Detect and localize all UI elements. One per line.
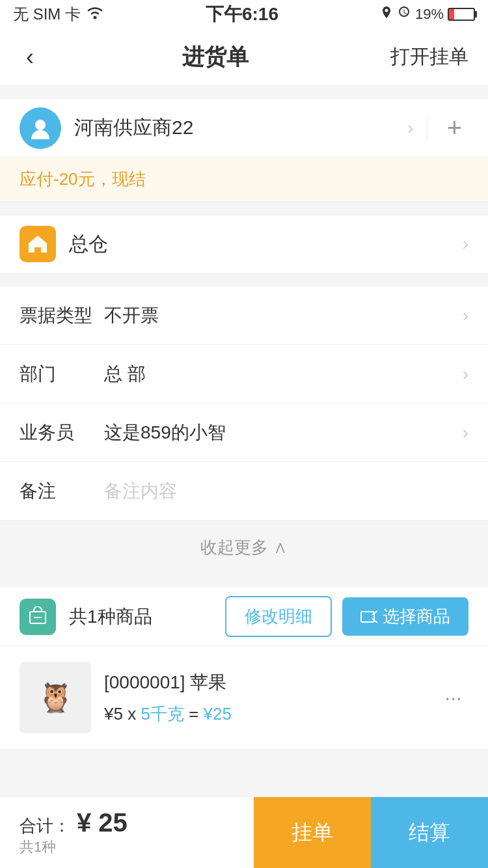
invoice-label: 票据类型 — [20, 303, 104, 328]
alarm-icon — [397, 5, 411, 23]
product-count-icon — [20, 599, 56, 635]
wifi-icon — [86, 5, 104, 23]
product-name: [0000001] 苹果 — [104, 670, 438, 695]
vertical-divider — [427, 115, 427, 141]
location-icon — [380, 5, 393, 23]
remark-label: 备注 — [20, 479, 104, 504]
form-row-salesperson[interactable]: 业务员 这是859的小智 › — [0, 403, 488, 462]
department-chevron-icon: › — [463, 364, 468, 385]
edit-detail-button[interactable]: 修改明细 — [225, 596, 332, 637]
bottom-bar: 合计： ¥ 25 共1种 挂单 结算 — [0, 796, 488, 868]
select-product-label: 选择商品 — [383, 605, 450, 628]
add-supplier-button[interactable]: + — [441, 107, 468, 149]
section-divider-1 — [0, 86, 488, 99]
svg-point-0 — [94, 16, 97, 20]
bottom-total: 合计： ¥ 25 共1种 — [0, 797, 254, 868]
product-count-text: 共1种商品 — [69, 604, 225, 629]
select-product-button[interactable]: 选择商品 — [342, 597, 468, 636]
supplier-section: 河南供应商22 › + 应付-20元，现结 — [0, 99, 488, 202]
battery-percent: 19% — [415, 6, 444, 23]
form-row-department[interactable]: 部门 总 部 › — [0, 345, 488, 403]
form-row-remark[interactable]: 备注 备注内容 — [0, 462, 488, 521]
salesperson-label: 业务员 — [20, 420, 104, 445]
salesperson-value: 这是859的小智 — [104, 420, 463, 445]
svg-point-1 — [35, 120, 46, 130]
supplier-info-banner: 应付-20元，现结 — [0, 157, 488, 202]
supplier-name: 河南供应商22 — [74, 115, 407, 141]
warehouse-row[interactable]: 总仓 › — [0, 215, 488, 273]
product-total: ¥25 — [204, 704, 232, 724]
department-label: 部门 — [20, 362, 104, 387]
product-header: 共1种商品 修改明细 选择商品 — [0, 588, 488, 646]
supplier-row[interactable]: 河南供应商22 › + — [0, 99, 488, 157]
unit-price: ¥5 x — [104, 704, 141, 724]
product-more-button[interactable]: ··· — [438, 679, 468, 716]
back-button[interactable]: ‹ — [20, 37, 40, 77]
svg-rect-2 — [34, 247, 41, 252]
open-pending-button[interactable]: 打开挂单 — [390, 44, 468, 70]
status-bar: 无 SIM 卡 下午6:16 19% — [0, 0, 488, 29]
salesperson-chevron-icon: › — [463, 422, 468, 443]
department-value: 总 部 — [104, 362, 463, 387]
remark-placeholder: 备注内容 — [104, 479, 468, 504]
total-label: 合计： — [20, 815, 70, 837]
svg-rect-5 — [361, 612, 374, 622]
total-count: 共1种 — [20, 837, 234, 857]
form-section: 票据类型 不开票 › 部门 总 部 › 业务员 这是859的小智 › 备注 备注… — [0, 286, 488, 521]
time-display: 下午6:16 — [206, 2, 278, 27]
nav-bar: ‹ 进货单 打开挂单 — [0, 29, 488, 86]
invoice-value: 不开票 — [104, 303, 463, 328]
product-thumbnail: 🦉 — [20, 662, 91, 733]
warehouse-name: 总仓 — [69, 231, 463, 258]
collapse-label: 收起更多 ∧ — [200, 536, 287, 559]
product-section: 共1种商品 修改明细 选择商品 🦉 [0000001] 苹果 ¥5 x 5千克 … — [0, 588, 488, 750]
product-code: [0000001] — [104, 672, 190, 692]
product-title: 苹果 — [190, 672, 226, 692]
total-line: 合计： ¥ 25 — [20, 808, 234, 837]
invoice-chevron-icon: › — [463, 305, 468, 326]
equals-sign: = — [189, 704, 203, 724]
total-amount: ¥ 25 — [77, 808, 128, 837]
page-title: 进货单 — [182, 42, 249, 72]
warehouse-chevron-icon: › — [463, 234, 468, 254]
supplier-chevron-icon: › — [407, 118, 413, 139]
owl-icon: 🦉 — [38, 681, 74, 714]
product-qty: 5千克 — [141, 704, 183, 724]
status-left: 无 SIM 卡 — [13, 4, 104, 25]
product-info: [0000001] 苹果 ¥5 x 5千克 = ¥25 — [104, 670, 438, 726]
collapse-button[interactable]: 收起更多 ∧ — [0, 521, 488, 575]
section-divider-2 — [0, 202, 488, 215]
form-row-invoice[interactable]: 票据类型 不开票 › — [0, 286, 488, 345]
product-item: 🦉 [0000001] 苹果 ¥5 x 5千克 = ¥25 ··· — [0, 646, 488, 750]
supplier-avatar — [20, 107, 61, 149]
carrier-text: 无 SIM 卡 — [13, 4, 81, 25]
status-right: 19% — [380, 5, 475, 23]
warehouse-icon — [20, 226, 56, 262]
battery-icon — [448, 8, 475, 21]
suspend-button[interactable]: 挂单 — [254, 797, 371, 868]
checkout-button[interactable]: 结算 — [371, 797, 488, 868]
product-price: ¥5 x 5千克 = ¥25 — [104, 703, 438, 726]
